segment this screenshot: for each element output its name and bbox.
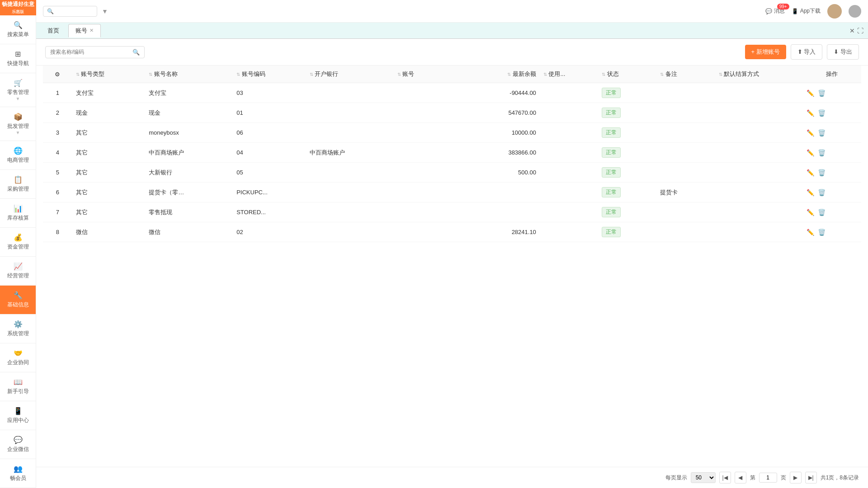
delete-icon[interactable]: 🗑️ — [818, 89, 826, 97]
cell-account — [394, 123, 467, 143]
table-row: 4 其它 中百商场账户 04 中百商场账户 383866.00 正常 ✏️ 🗑️ — [43, 143, 861, 163]
th-account[interactable]: ⇅ 账号 — [394, 66, 467, 83]
cell-code: 01 — [233, 103, 306, 123]
delete-icon[interactable]: 🗑️ — [818, 129, 826, 136]
sidebar-item-system[interactable]: ⚙️ 系统管理 — [0, 314, 36, 343]
cell-action: ✏️ 🗑️ — [803, 103, 861, 123]
account-search-icon[interactable]: 🔍 — [132, 49, 140, 56]
delete-icon[interactable]: 🗑️ — [818, 189, 826, 196]
cell-status: 正常 — [598, 202, 656, 222]
page-size-select[interactable]: 50 100 — [691, 472, 716, 483]
edit-icon[interactable]: ✏️ — [807, 189, 814, 196]
tab-account[interactable]: 账号 ✕ — [68, 24, 101, 38]
sidebar-item-cooperation[interactable]: 🤝 企业协同 — [0, 343, 36, 372]
th-settings[interactable]: ⚙ — [43, 66, 72, 83]
cell-default — [715, 183, 803, 202]
account-search-bar[interactable]: 🔍 — [45, 46, 145, 58]
sidebar-item-member[interactable]: 👥 畅会员 — [0, 459, 36, 488]
sidebar-item-purchase[interactable]: 📋 采购管理 — [0, 170, 36, 199]
topbar-dropdown-icon[interactable]: ▼ — [102, 8, 108, 15]
cell-type: 其它 — [72, 202, 146, 222]
delete-icon[interactable]: 🗑️ — [818, 149, 826, 156]
th-bank[interactable]: ⇅ 开户银行 — [306, 66, 394, 83]
import-button[interactable]: ⬆ 导入 — [791, 44, 823, 60]
account-table: ⚙ ⇅ 账号类型 ⇅ 账号名称 ⇅ 账号编码 ⇅ 开户银行 ⇅ 账号 ⇅ 最新余… — [43, 66, 861, 242]
guide-icon: 📖 — [14, 378, 23, 386]
cell-name: 提货卡（零… — [145, 183, 233, 202]
th-type[interactable]: ⇅ 账号类型 — [72, 66, 146, 83]
th-default[interactable]: ⇅ 默认结算方式 — [715, 66, 803, 83]
sidebar-item-inventory[interactable]: 📊 库存核算 — [0, 199, 36, 228]
delete-icon[interactable]: 🗑️ — [818, 209, 826, 216]
add-account-button[interactable]: + 新增账号 — [745, 45, 786, 59]
cell-bank — [306, 103, 394, 123]
tab-close-btn[interactable]: ✕ — [849, 27, 855, 34]
delete-icon[interactable]: 🗑️ — [818, 169, 826, 176]
sidebar-item-wechat[interactable]: 💬 企业微信 — [0, 430, 36, 459]
cell-note — [656, 143, 715, 163]
th-status[interactable]: ⇅ 状态 — [598, 66, 656, 83]
pagination-last[interactable]: ▶| — [805, 472, 817, 483]
system-icon: ⚙️ — [14, 320, 23, 328]
sidebar-item-retail[interactable]: 🛒 零售管理 ▼ — [0, 73, 36, 107]
cell-default — [715, 143, 803, 163]
edit-icon[interactable]: ✏️ — [807, 109, 814, 117]
th-usage[interactable]: ⇅ 使用... — [540, 66, 598, 83]
edit-icon[interactable]: ✏️ — [807, 229, 814, 236]
user-avatar[interactable] — [827, 4, 842, 19]
cell-action: ✏️ 🗑️ — [803, 83, 861, 103]
cell-bank — [306, 202, 394, 222]
edit-icon[interactable]: ✏️ — [807, 129, 814, 136]
cell-account — [394, 183, 467, 202]
page-input[interactable] — [759, 473, 777, 483]
export-button[interactable]: ⬇ 导出 — [827, 44, 859, 60]
cell-name: 微信 — [145, 222, 233, 242]
cell-code: 03 — [233, 83, 306, 103]
tab-home[interactable]: 首页 — [41, 24, 66, 38]
cell-status: 正常 — [598, 183, 656, 202]
account-search-input[interactable] — [50, 49, 130, 55]
sidebar-item-ecommerce[interactable]: 🌐 电商管理 — [0, 141, 36, 170]
sidebar-item-basics[interactable]: 🔧 基础信息 — [0, 286, 36, 314]
sidebar-item-quicknav[interactable]: ⊞ 快捷导航 — [0, 44, 36, 73]
cell-num: 2 — [43, 103, 72, 123]
th-balance[interactable]: ⇅ 最新余额 — [467, 66, 540, 83]
edit-icon[interactable]: ✏️ — [807, 209, 814, 216]
cell-balance — [467, 183, 540, 202]
th-name[interactable]: ⇅ 账号名称 — [145, 66, 233, 83]
purchase-icon: 📋 — [14, 175, 23, 184]
sidebar-item-appcenter[interactable]: 📱 应用中心 — [0, 401, 36, 430]
tab-expand-btn[interactable]: ⛶ — [857, 27, 863, 34]
pagination-first[interactable]: |◀ — [719, 472, 731, 483]
cell-default — [715, 83, 803, 103]
tab-account-close[interactable]: ✕ — [90, 28, 94, 33]
pagination-next[interactable]: ▶ — [790, 472, 802, 483]
sidebar-item-search[interactable]: 🔍 搜索菜单 — [0, 15, 36, 44]
edit-icon[interactable]: ✏️ — [807, 149, 814, 156]
edit-icon[interactable]: ✏️ — [807, 89, 814, 97]
th-note[interactable]: ⇅ 备注 — [656, 66, 715, 83]
content-area: 🔍 + 新增账号 ⬆ 导入 ⬇ 导出 ⚙ ⇅ 账号类型 ⇅ 账号名称 ⇅ 账号编… — [36, 39, 868, 488]
cell-account — [394, 163, 467, 183]
cell-bank — [306, 222, 394, 242]
sidebar-item-business[interactable]: 📈 经营管理 — [0, 257, 36, 286]
tabbar-controls: ✕ ⛶ — [849, 27, 863, 34]
delete-icon[interactable]: 🗑️ — [818, 109, 826, 117]
basics-icon: 🔧 — [14, 291, 23, 300]
pagination-prev[interactable]: ◀ — [735, 472, 746, 483]
cell-type: 其它 — [72, 143, 146, 163]
notification-button[interactable]: 💬 消息 99+ — [765, 7, 785, 15]
cell-action: ✏️ 🗑️ — [803, 123, 861, 143]
sidebar-item-guide[interactable]: 📖 新手引导 — [0, 372, 36, 401]
cell-balance: 383866.00 — [467, 143, 540, 163]
app-download-button[interactable]: 📱 App下载 — [792, 7, 821, 15]
th-code[interactable]: ⇅ 账号编码 — [233, 66, 306, 83]
user-avatar2[interactable] — [849, 5, 861, 18]
cell-usage — [540, 183, 598, 202]
sidebar-item-wholesale[interactable]: 📦 批发管理 ▼ — [0, 107, 36, 141]
topbar-search[interactable]: 🔍 — [43, 6, 97, 17]
delete-icon[interactable]: 🗑️ — [818, 229, 826, 236]
edit-icon[interactable]: ✏️ — [807, 169, 814, 176]
app-download-icon: 📱 — [792, 8, 798, 14]
sidebar-item-finance[interactable]: 💰 资金管理 — [0, 228, 36, 257]
